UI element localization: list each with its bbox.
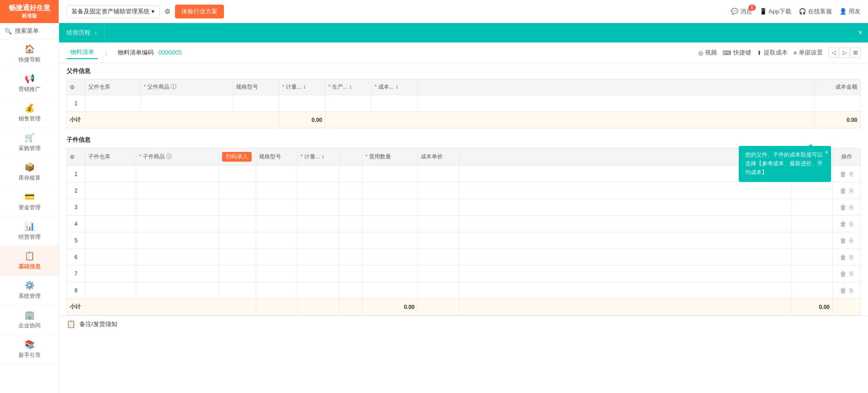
child-cell-warehouse-1[interactable] — [85, 166, 136, 182]
child-cell-cost-amount-4[interactable] — [791, 216, 833, 232]
child-cell-unit-8[interactable] — [298, 282, 339, 299]
child-cell-warehouse-2[interactable] — [85, 182, 136, 199]
child-cell-qty-3[interactable] — [362, 199, 418, 216]
copy-icon-2[interactable]: ⎘ — [850, 187, 853, 194]
shortcut-btn[interactable]: ⌨ 快捷键 — [723, 48, 751, 57]
user-btn[interactable]: 👤 用友 — [839, 7, 861, 16]
child-col-settings[interactable]: ⚙ — [67, 148, 85, 166]
child-cell-scan-7[interactable] — [219, 266, 256, 282]
delete-icon-4[interactable]: 🗑 — [840, 220, 846, 228]
child-cell-unit-2[interactable] — [298, 182, 339, 199]
child-cell-qty-2[interactable] — [362, 182, 418, 199]
sidebar-item-guide[interactable]: 📚新手引导 — [0, 335, 59, 364]
child-cell-warehouse-7[interactable] — [85, 266, 136, 282]
child-cell-goods-1[interactable] — [136, 166, 219, 182]
child-cell-cost-amount-6[interactable] — [791, 249, 833, 266]
child-cell-unit-cost-2[interactable] — [418, 182, 459, 199]
child-cell-cost-amount-2[interactable] — [791, 182, 833, 199]
child-cell-goods-8[interactable] — [136, 282, 219, 299]
child-cell-spec-2[interactable] — [256, 182, 298, 199]
scan-btn[interactable]: 扫码录入 — [222, 152, 252, 162]
tab-close-history[interactable]: × — [94, 30, 97, 36]
gear-icon[interactable]: ⚙ — [164, 7, 170, 16]
expand-btn[interactable]: ⊞ — [850, 48, 861, 58]
system-selector[interactable]: 装备及固定资产辅助管理系统 ▾ — [66, 5, 160, 18]
child-cell-qty-6[interactable] — [362, 249, 418, 266]
tooltip-close-btn[interactable]: × — [825, 148, 828, 157]
child-cell-qty-4[interactable] — [362, 216, 418, 232]
child-cell-warehouse-4[interactable] — [85, 216, 136, 232]
child-cell-spec-7[interactable] — [256, 266, 298, 282]
sidebar-item-marketing[interactable]: 📢营销推广 — [0, 69, 59, 98]
sidebar-item-quick-nav[interactable]: 🏠快捷导航 — [0, 39, 59, 69]
child-cell-warehouse-5[interactable] — [85, 232, 136, 249]
child-cell-spec-3[interactable] — [256, 199, 298, 216]
child-cell-unit-cost-3[interactable] — [418, 199, 459, 216]
child-cell-unit-6[interactable] — [298, 249, 339, 266]
parent-cell-cost-amount[interactable] — [814, 95, 861, 112]
child-cell-scan-1[interactable] — [219, 166, 256, 182]
delete-icon-5[interactable]: 🗑 — [840, 237, 846, 244]
child-cell-scan-3[interactable] — [219, 199, 256, 216]
child-cell-goods-3[interactable] — [136, 199, 219, 216]
copy-icon-8[interactable]: ⎘ — [850, 287, 853, 294]
child-cell-qty-5[interactable] — [362, 232, 418, 249]
delete-icon-3[interactable]: 🗑 — [840, 204, 846, 211]
copy-icon-4[interactable]: ⎘ — [850, 220, 853, 228]
child-cell-goods-7[interactable] — [136, 266, 219, 282]
single-settings-btn[interactable]: ≡ 单据设置 — [793, 48, 823, 57]
child-cell-scan-4[interactable] — [219, 216, 256, 232]
copy-icon-5[interactable]: ⎘ — [850, 237, 853, 244]
child-cell-scan-8[interactable] — [219, 282, 256, 299]
sidebar-item-inventory[interactable]: 📦库存核算 — [0, 157, 59, 187]
view-btn[interactable]: ◎ 视频 — [698, 48, 717, 57]
child-cell-cost-amount-8[interactable] — [791, 282, 833, 299]
parent-cell-spec[interactable] — [233, 95, 279, 112]
child-cell-unit-1[interactable] — [298, 166, 339, 182]
child-cell-unit-cost-1[interactable] — [418, 166, 459, 182]
child-cell-goods-6[interactable] — [136, 249, 219, 266]
child-cell-warehouse-8[interactable] — [85, 282, 136, 299]
parent-cell-warehouse[interactable] — [85, 95, 141, 112]
child-cell-scan-2[interactable] — [219, 182, 256, 199]
child-cell-unit-cost-4[interactable] — [418, 216, 459, 232]
sidebar-item-finance[interactable]: 💳资金管理 — [0, 187, 59, 217]
sidebar-item-basic-info[interactable]: 📋基础信息 — [0, 246, 59, 276]
sidebar-item-operation[interactable]: 📊经营管理 — [0, 217, 59, 246]
child-cell-cost-amount-5[interactable] — [791, 232, 833, 249]
child-cell-scan-5[interactable] — [219, 232, 256, 249]
child-cell-spec-5[interactable] — [256, 232, 298, 249]
delete-icon-6[interactable]: 🗑 — [840, 254, 846, 261]
child-cell-goods-4[interactable] — [136, 216, 219, 232]
child-cell-scan-6[interactable] — [219, 249, 256, 266]
child-cell-qty-8[interactable] — [362, 282, 418, 299]
child-cell-spec-8[interactable] — [256, 282, 298, 299]
child-cell-warehouse-6[interactable] — [85, 249, 136, 266]
child-cell-qty-1[interactable] — [362, 166, 418, 182]
child-cell-unit-cost-8[interactable] — [418, 282, 459, 299]
copy-icon-6[interactable]: ⎘ — [850, 254, 853, 261]
copy-icon-7[interactable]: ⎘ — [850, 270, 853, 278]
tab-history[interactable]: 经营历程× — [59, 23, 105, 42]
child-cell-unit-4[interactable] — [298, 216, 339, 232]
parent-cell-produce[interactable] — [326, 95, 372, 112]
copy-icon-3[interactable]: ⎘ — [850, 204, 853, 211]
next-btn[interactable]: ▷ — [839, 48, 850, 58]
extract-cost-btn[interactable]: ⬆ 提取成本 — [757, 48, 788, 57]
child-cell-unit-cost-6[interactable] — [418, 249, 459, 266]
parent-cell-cost[interactable] — [372, 95, 418, 112]
copy-icon-1[interactable]: ⎘ — [850, 170, 853, 178]
sidebar-item-enterprise[interactable]: 🏢企业协同 — [0, 305, 59, 335]
delete-icon-8[interactable]: 🗑 — [840, 287, 846, 294]
child-cell-unit-5[interactable] — [298, 232, 339, 249]
child-cell-unit-7[interactable] — [298, 266, 339, 282]
child-cell-cost-amount-7[interactable] — [791, 266, 833, 282]
sub-tab-bom-list[interactable]: 物料清单 — [66, 46, 98, 59]
parent-col-settings[interactable]: ⚙ — [67, 79, 85, 95]
parent-cell-unit[interactable] — [279, 95, 326, 112]
delete-icon-1[interactable]: 🗑 — [840, 170, 846, 178]
close-all-tabs-btn[interactable]: × — [853, 29, 868, 37]
sidebar-item-system[interactable]: ⚙️系统管理 — [0, 276, 59, 305]
child-cell-goods-5[interactable] — [136, 232, 219, 249]
child-cell-warehouse-3[interactable] — [85, 199, 136, 216]
